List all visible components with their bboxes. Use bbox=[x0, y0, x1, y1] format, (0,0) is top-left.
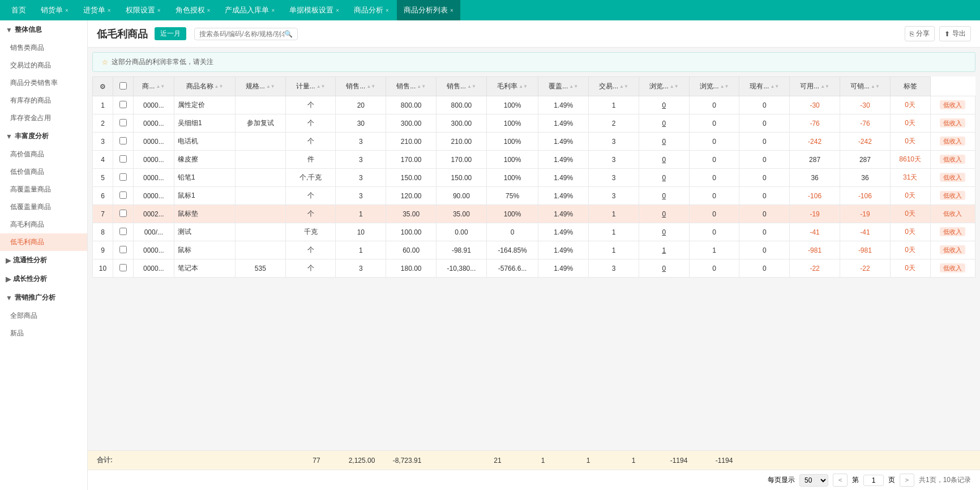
nav-close-product-analysis-list[interactable]: × bbox=[450, 7, 453, 14]
sidebar-item-high-profit-goods[interactable]: 高毛利商品 bbox=[0, 216, 87, 233]
trade-link[interactable]: 0 bbox=[662, 228, 666, 236]
sidebar-item-all-goods[interactable]: 全部商品 bbox=[0, 307, 87, 325]
nav-close-sales[interactable]: × bbox=[65, 7, 69, 14]
trade-link[interactable]: 0 bbox=[662, 101, 666, 109]
sidebar-section-circulation-analysis[interactable]: ▶流通性分析 bbox=[0, 251, 87, 270]
row-trade[interactable]: 0 bbox=[639, 205, 689, 223]
row-sales3: 300.00 bbox=[436, 114, 487, 133]
nav-item-product-entry[interactable]: 产成品入库单× bbox=[218, 0, 281, 20]
row-sales3: 170.00 bbox=[436, 151, 487, 169]
row-checkbox[interactable] bbox=[113, 187, 134, 205]
nav-item-role-auth[interactable]: 角色授权× bbox=[169, 0, 217, 20]
share-button[interactable]: ⎘ 分享 bbox=[905, 26, 935, 41]
row-unit: 个,千克 bbox=[285, 169, 336, 187]
nav-item-home[interactable]: 首页 bbox=[5, 0, 33, 20]
nav-item-single-template[interactable]: 单据模板设置× bbox=[283, 0, 346, 20]
row-trade[interactable]: 0 bbox=[639, 151, 689, 169]
select-all-checkbox[interactable] bbox=[119, 82, 127, 90]
sidebar-item-goods-by-category-sales[interactable]: 商品分类销售率 bbox=[0, 74, 87, 92]
row-trade[interactable]: 0 bbox=[639, 223, 689, 241]
sidebar-item-inventory-goods[interactable]: 有库存的商品 bbox=[0, 92, 87, 109]
row-checkbox[interactable] bbox=[113, 205, 134, 223]
row-trade[interactable]: 0 bbox=[639, 133, 689, 151]
per-page-select[interactable]: 50 20 100 bbox=[799, 474, 828, 487]
row-select-checkbox[interactable] bbox=[119, 191, 127, 199]
sidebar-section-growth-analysis[interactable]: ▶成长性分析 bbox=[0, 270, 87, 288]
nav-close-product-entry[interactable]: × bbox=[271, 7, 275, 14]
sidebar-item-low-value-goods[interactable]: 低价值商品 bbox=[0, 163, 87, 181]
row-select-checkbox[interactable] bbox=[119, 155, 127, 163]
row-checkbox[interactable] bbox=[113, 133, 134, 151]
trade-link[interactable]: 0 bbox=[662, 156, 666, 164]
sidebar-item-high-coverage-goods[interactable]: 高覆盖量商品 bbox=[0, 181, 87, 198]
sidebar-item-new-goods[interactable]: 新品 bbox=[0, 325, 87, 342]
sidebar-item-low-coverage-goods[interactable]: 低覆盖量商品 bbox=[0, 198, 87, 216]
row-num: 10 bbox=[93, 259, 113, 278]
row-select-checkbox[interactable] bbox=[119, 210, 127, 217]
trade-link[interactable]: 0 bbox=[662, 138, 666, 146]
search-input[interactable] bbox=[199, 30, 284, 38]
row-margin: 100% bbox=[486, 133, 538, 151]
trade-link[interactable]: 0 bbox=[662, 210, 666, 218]
col-checkbox[interactable] bbox=[113, 77, 134, 96]
trade-link[interactable]: 0 bbox=[662, 120, 666, 127]
row-checkbox[interactable] bbox=[113, 259, 134, 278]
row-checkbox[interactable] bbox=[113, 96, 134, 114]
row-checkbox[interactable] bbox=[113, 151, 134, 169]
nav-item-permissions[interactable]: 权限设置× bbox=[119, 0, 168, 20]
page-suffix: 页 bbox=[888, 475, 895, 485]
nav-item-product-analysis-list[interactable]: 商品分析列表× bbox=[397, 0, 460, 20]
row-select-checkbox[interactable] bbox=[119, 228, 127, 235]
row-checkbox[interactable] bbox=[113, 223, 134, 241]
trade-link[interactable]: 0 bbox=[662, 192, 666, 200]
search-icon[interactable]: 🔍 bbox=[284, 30, 293, 38]
row-trade[interactable]: 0 bbox=[639, 259, 689, 278]
row-trade[interactable]: 0 bbox=[639, 169, 689, 187]
sidebar-section-overall[interactable]: ▼整体信息 bbox=[0, 20, 87, 39]
nav-close-product-analysis[interactable]: × bbox=[386, 7, 389, 14]
next-page-button[interactable]: ＞ bbox=[900, 474, 914, 487]
sidebar-item-traded-goods[interactable]: 交易过的商品 bbox=[0, 57, 87, 74]
row-available: -19 bbox=[840, 205, 891, 223]
nav-close-single-template[interactable]: × bbox=[336, 7, 339, 14]
row-checkbox[interactable] bbox=[113, 169, 134, 187]
row-spec bbox=[235, 223, 285, 241]
row-select-checkbox[interactable] bbox=[119, 101, 127, 108]
sidebar-section-richness-analysis[interactable]: ▼丰富度分析 bbox=[0, 127, 87, 146]
nav-item-sales[interactable]: 销货单× bbox=[34, 0, 75, 20]
sidebar-item-low-profit-goods[interactable]: 低毛利商品 bbox=[0, 233, 87, 251]
row-checkbox[interactable] bbox=[113, 114, 134, 133]
row-trade[interactable]: 0 bbox=[639, 114, 689, 133]
nav-close-purchase[interactable]: × bbox=[108, 7, 111, 14]
row-select-checkbox[interactable] bbox=[119, 137, 127, 144]
period-button[interactable]: 近一月 bbox=[155, 27, 186, 40]
row-tag: 低收入 bbox=[930, 133, 975, 151]
notice-text: 这部分商品的利润非常低，请关注 bbox=[112, 57, 213, 67]
page-input[interactable] bbox=[863, 475, 884, 486]
row-checkbox[interactable] bbox=[113, 241, 134, 259]
row-select-checkbox[interactable] bbox=[119, 173, 127, 181]
row-select-checkbox[interactable] bbox=[119, 264, 127, 271]
sidebar-section-marketing-analysis[interactable]: ▼营销推广分析 bbox=[0, 288, 87, 307]
nav-close-permissions[interactable]: × bbox=[157, 7, 161, 14]
prev-page-button[interactable]: ＜ bbox=[833, 474, 848, 487]
nav-close-role-auth[interactable]: × bbox=[207, 7, 211, 14]
nav-item-purchase[interactable]: 进货单× bbox=[76, 0, 118, 20]
row-trade[interactable]: 1 bbox=[639, 241, 689, 259]
trade-link[interactable]: 0 bbox=[662, 265, 666, 272]
nav-item-product-analysis[interactable]: 商品分析× bbox=[347, 0, 396, 20]
sort-icon: ▲▼ bbox=[467, 84, 476, 89]
row-select-checkbox[interactable] bbox=[119, 246, 127, 253]
sidebar-item-high-value-goods[interactable]: 高价值商品 bbox=[0, 146, 87, 163]
trade-link[interactable]: 0 bbox=[662, 174, 666, 182]
row-trade[interactable]: 0 bbox=[639, 96, 689, 114]
sidebar-item-funds-occupied[interactable]: 库存资金占用 bbox=[0, 109, 87, 127]
col-settings[interactable]: ⚙ bbox=[93, 77, 113, 96]
row-browse2: 0 bbox=[739, 96, 790, 114]
trade-link[interactable]: 1 bbox=[662, 246, 666, 254]
row-browse2: 0 bbox=[739, 205, 790, 223]
export-button[interactable]: ⬆ 导出 bbox=[939, 26, 971, 41]
row-select-checkbox[interactable] bbox=[119, 119, 127, 126]
row-trade[interactable]: 0 bbox=[639, 187, 689, 205]
sidebar-item-sales-category[interactable]: 销售类商品 bbox=[0, 39, 87, 57]
